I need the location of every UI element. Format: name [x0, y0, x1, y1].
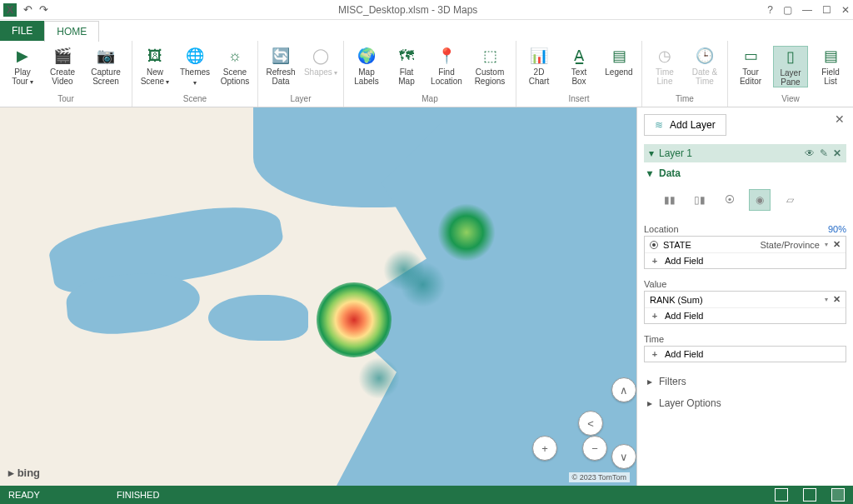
flat-map-button[interactable]: 🗺FlatMap — [389, 46, 424, 86]
group-scene: 🖼NewScene 🌐Themes ☼SceneOptions Scene — [132, 41, 258, 107]
location-field-row[interactable]: STATE State/Province ▾ ✕ — [645, 237, 846, 253]
remove-field-icon[interactable]: ✕ — [833, 294, 841, 305]
group-label: Map — [422, 92, 437, 105]
chevron-right-icon: ▸ — [647, 376, 652, 387]
layer-name: Layer 1 — [659, 147, 692, 159]
chevron-down-icon[interactable]: ▾ — [825, 296, 828, 303]
add-layer-label: Add Layer — [670, 119, 716, 131]
map-copyright: © 2023 TomTom — [569, 472, 631, 482]
viz-stacked-column[interactable]: ▮▮ — [659, 189, 681, 211]
2d-chart-button[interactable]: 📊2DChart — [521, 46, 556, 86]
add-location-field[interactable]: + Add Field — [645, 253, 846, 268]
play-tour-button[interactable]: ▶PlayTour — [5, 46, 40, 87]
section-filters[interactable]: ▸ Filters — [644, 371, 846, 392]
chart-icon: 📊 — [529, 46, 549, 66]
visibility-icon[interactable]: 👁 — [805, 147, 815, 159]
zoom-out-button[interactable]: − — [582, 436, 607, 461]
refresh-icon: 🔄 — [271, 46, 291, 66]
undo-icon[interactable]: ↶ — [23, 3, 32, 16]
view-icon-1[interactable] — [775, 488, 788, 502]
text-box-button[interactable]: A̲TextBox — [561, 46, 596, 86]
radio-on-icon[interactable] — [650, 241, 658, 249]
location-group: Location 90% STATE State/Province ▾ ✕ + … — [644, 222, 846, 269]
group-label: Tour — [57, 92, 73, 105]
camera-icon: 📷 — [96, 46, 116, 66]
section-data[interactable]: ▾ Data — [644, 162, 846, 184]
add-value-field[interactable]: + Add Field — [645, 308, 846, 323]
location-label: Location 90% — [644, 222, 846, 236]
tilt-up-button[interactable]: ∧ — [611, 377, 636, 402]
viz-region[interactable]: ▱ — [779, 189, 801, 211]
viz-bubble[interactable]: ⦿ — [719, 189, 741, 211]
window-title: MISC_Desktop.xlsm - 3D Maps — [48, 4, 767, 16]
status-ready: READY — [8, 490, 117, 500]
map-labels-button[interactable]: 🌍MapLabels — [349, 46, 384, 86]
tab-home[interactable]: HOME — [44, 21, 99, 42]
bing-logo: ▸ bing — [8, 467, 40, 479]
legend-icon: ▤ — [609, 46, 629, 66]
value-group: Value RANK (Sum) ▾ ✕ + Add Field — [644, 277, 846, 324]
refresh-data-button[interactable]: 🔄RefreshData — [263, 46, 298, 86]
shapes-icon: ◯ — [311, 46, 331, 66]
plus-icon: + — [650, 311, 660, 321]
new-scene-button[interactable]: 🖼NewScene — [137, 46, 172, 87]
flat-map-icon: 🗺 — [397, 46, 417, 66]
add-layer-button[interactable]: ≋ Add Layer — [644, 114, 726, 136]
remove-field-icon[interactable]: ✕ — [833, 239, 841, 250]
delete-layer-icon[interactable]: ✕ — [833, 147, 841, 159]
help-icon[interactable]: ? — [767, 4, 773, 16]
map[interactable]: ∧ < > ∨ + − ▸ bing © 2023 TomTom — [0, 107, 636, 486]
add-time-field[interactable]: + Add Field — [645, 347, 846, 362]
status-view-icons — [775, 488, 845, 502]
group-label: Scene — [183, 92, 207, 105]
viz-clustered-column[interactable]: ▯▮ — [689, 189, 711, 211]
map-lake — [208, 295, 308, 341]
custom-regions-button[interactable]: ⬚CustomRegions — [469, 46, 511, 86]
timeline-icon: ◷ — [655, 46, 675, 66]
heatmap-spot — [383, 249, 425, 291]
minimize-icon[interactable]: — — [802, 4, 812, 16]
find-location-button[interactable]: 📍FindLocation — [429, 46, 464, 86]
quick-access-toolbar: X ↶ ↷ — [3, 3, 48, 17]
view-icon-3[interactable] — [831, 488, 845, 502]
chevron-down-icon[interactable]: ▾ — [825, 241, 828, 248]
chevron-right-icon: ▸ — [647, 397, 652, 409]
rotate-left-button[interactable]: < — [578, 411, 603, 436]
tour-editor-icon: ▭ — [741, 46, 761, 66]
time-label: Time — [644, 332, 846, 346]
zoom-in-button[interactable]: + — [532, 436, 557, 461]
close-pane-button[interactable]: ✕ — [835, 112, 845, 126]
redo-icon[interactable]: ↷ — [39, 3, 48, 16]
location-confidence[interactable]: 90% — [828, 224, 846, 234]
chevron-down-icon: ▾ — [647, 167, 652, 179]
layer-header[interactable]: ▾ Layer 1 👁 ✎ ✕ — [644, 144, 846, 162]
tab-file[interactable]: FILE — [0, 21, 44, 41]
themes-button[interactable]: 🌐Themes — [177, 46, 212, 87]
field-list-button[interactable]: ▤FieldList — [813, 46, 848, 86]
collapse-icon[interactable]: ▾ — [649, 147, 654, 159]
play-icon: ▶ — [12, 46, 32, 66]
tilt-down-button[interactable]: ∨ — [611, 444, 636, 469]
group-label: Time — [676, 92, 694, 105]
textbox-icon: A̲ — [569, 46, 589, 66]
capture-screen-button[interactable]: 📷CaptureScreen — [85, 46, 127, 86]
close-icon[interactable]: ✕ — [841, 4, 850, 16]
shapes-button: ◯Shapes — [303, 46, 338, 77]
create-video-button[interactable]: 🎬CreateVideo — [45, 46, 80, 86]
time-group: Time + Add Field — [644, 332, 846, 362]
tour-editor-button[interactable]: ▭TourEditor — [733, 46, 768, 86]
value-field-row[interactable]: RANK (Sum) ▾ ✕ — [645, 292, 846, 308]
video-icon: 🎬 — [52, 46, 72, 66]
region-icon: ⬚ — [480, 46, 500, 66]
scene-options-button[interactable]: ☼SceneOptions — [217, 46, 252, 86]
viz-heatmap[interactable]: ◉ — [749, 189, 771, 211]
ribbon-display-icon[interactable]: ▢ — [783, 4, 792, 16]
section-layer-options[interactable]: ▸ Layer Options — [644, 392, 846, 414]
view-icon-2[interactable] — [803, 488, 816, 502]
maximize-icon[interactable]: ☐ — [822, 4, 831, 16]
rename-icon[interactable]: ✎ — [820, 147, 828, 159]
layer-pane-button[interactable]: ▯LayerPane — [773, 46, 808, 87]
legend-button[interactable]: ▤Legend — [601, 46, 636, 77]
time-line-button: ◷TimeLine — [647, 46, 682, 86]
excel-logo-icon: X — [3, 3, 17, 17]
